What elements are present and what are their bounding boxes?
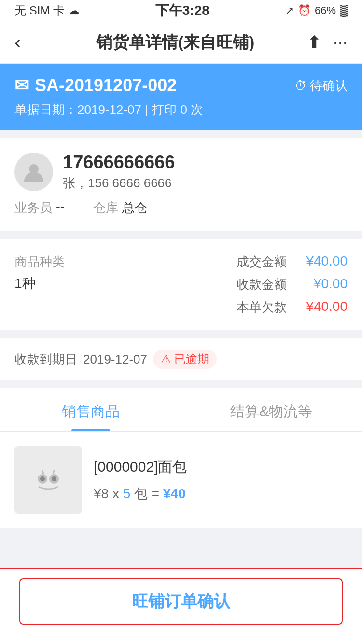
product-thumbnail: 管+ <box>14 446 82 514</box>
status-time: 下午3:28 <box>155 1 209 20</box>
confirm-order-button[interactable]: 旺铺订单确认 <box>19 578 343 625</box>
customer-card: 17666666666 张，156 6666 6666 业务员 -- 仓库 总仓 <box>0 138 362 231</box>
overdue-badge: ⚠ 已逾期 <box>153 350 217 369</box>
order-header-card: ✉ SA-20191207-002 ⏱ 待确认 单据日期：2019-12-07 … <box>0 64 362 130</box>
types-value: 1种 <box>14 274 65 293</box>
page-title: 销货单详情(来自旺铺) <box>96 31 255 54</box>
amount-value: ¥40.00 <box>306 253 348 270</box>
back-button[interactable]: ‹ <box>14 31 43 53</box>
order-icon: ✉ <box>14 75 29 96</box>
status-badge: ⏱ 待确认 <box>294 77 348 94</box>
more-button[interactable]: ··· <box>333 32 348 53</box>
product-total: ¥40 <box>163 486 186 501</box>
warehouse-label: 仓库 <box>93 199 118 216</box>
payment-label: 收款金额 <box>237 276 287 293</box>
owed-value: ¥40.00 <box>306 299 348 316</box>
product-price: ¥8 x 5 包 = ¥40 <box>94 485 348 503</box>
product-info: [0000002]面包 ¥8 x 5 包 = ¥40 <box>94 457 348 503</box>
clock-icon: ⏱ <box>294 78 307 93</box>
product-qty: 5 <box>123 486 131 501</box>
sim-text: 无 SIM 卡 ☁ <box>14 3 80 18</box>
tab-sales[interactable]: 销售商品 <box>0 388 181 431</box>
share-button[interactable]: ⬆ <box>307 32 321 53</box>
summary-card: 商品种类 1种 成交金额 ¥40.00 收款金额 ¥0.00 本单欠款 ¥40.… <box>0 239 362 330</box>
battery-text: 66% <box>315 4 336 17</box>
nav-actions: ⬆ ··· <box>307 32 348 53</box>
avatar <box>14 153 53 191</box>
product-item: 管+ [0000002]面包 ¥8 x 5 包 = ¥40 <box>0 432 362 528</box>
tabs-container: 销售商品 结算&物流等 <box>0 388 362 432</box>
payment-value: ¥0.00 <box>314 276 348 293</box>
warehouse-value: 总仓 <box>122 199 147 216</box>
status-right: ↗ ⏰ 66% ▓ <box>285 4 348 17</box>
confirm-btn-container: 旺铺订单确认 <box>0 568 362 644</box>
due-date-card: 收款到期日 2019-12-07 ⚠ 已逾期 <box>0 338 362 380</box>
order-date: 单据日期：2019-12-07 | 打印 0 次 <box>14 101 348 118</box>
customer-meta: 业务员 -- 仓库 总仓 <box>14 199 348 216</box>
status-bar: 无 SIM 卡 ☁ 下午3:28 ↗ ⏰ 66% ▓ <box>0 0 362 21</box>
battery-icon: ▓ <box>340 4 348 17</box>
summary-right: 成交金额 ¥40.00 收款金额 ¥0.00 本单欠款 ¥40.00 <box>237 253 348 316</box>
owed-label: 本单欠款 <box>237 299 287 316</box>
product-name: [0000002]面包 <box>94 457 348 477</box>
salesperson-value: -- <box>56 199 64 216</box>
customer-name: 张，156 6666 6666 <box>63 175 175 192</box>
amount-label: 成交金额 <box>237 253 287 270</box>
due-date-value: 2019-12-07 <box>83 352 147 367</box>
svg-point-4 <box>52 476 56 481</box>
product-list: 管+ [0000002]面包 ¥8 x 5 包 = ¥40 <box>0 432 362 528</box>
salesperson-label: 业务员 <box>14 199 52 216</box>
customer-phone: 17666666666 <box>63 152 175 173</box>
location-icon: ↗ <box>285 4 294 17</box>
svg-point-3 <box>40 476 45 481</box>
tab-settlement[interactable]: 结算&物流等 <box>181 388 362 431</box>
warning-icon: ⚠ <box>161 352 171 366</box>
order-id: ✉ SA-20191207-002 <box>14 75 177 96</box>
due-date-label: 收款到期日 <box>14 351 77 368</box>
alarm-icon: ⏰ <box>298 4 311 17</box>
nav-bar: ‹ 销货单详情(来自旺铺) ⬆ ··· <box>0 21 362 64</box>
status-left: 无 SIM 卡 ☁ <box>14 3 80 18</box>
types-label: 商品种类 <box>14 253 65 270</box>
divider-1 <box>14 231 348 231</box>
